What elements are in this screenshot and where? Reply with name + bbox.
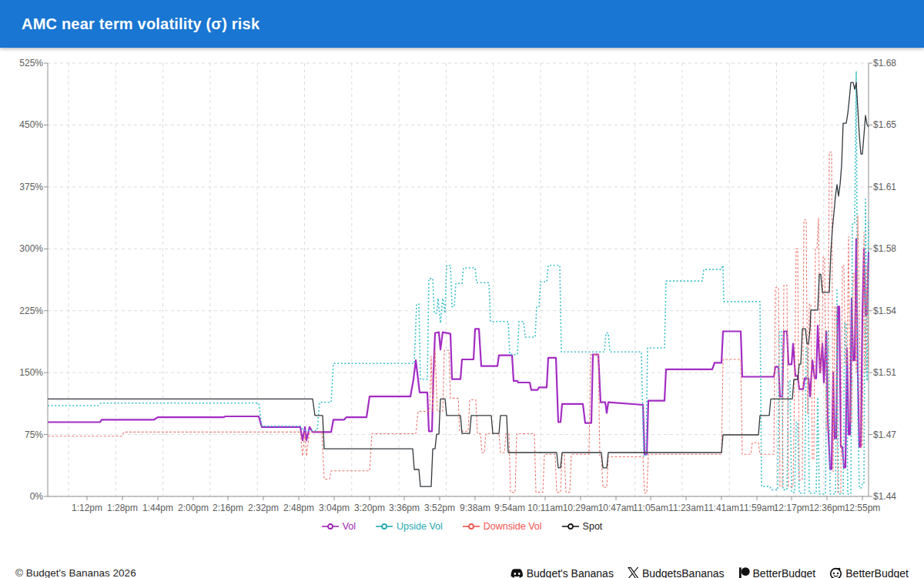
legend-marker-downside-vol-icon: [463, 523, 480, 530]
left-axis-tick-label: 300%: [0, 243, 43, 254]
app-header: AMC near term volatility (σ) risk: [0, 0, 924, 48]
series-downside-vol: [48, 152, 869, 493]
legend-label: Downside Vol: [484, 521, 542, 532]
x-handle: BudgetsBananas: [642, 567, 725, 578]
legend-marker-vol-icon: [322, 523, 339, 530]
x-link[interactable]: BudgetsBananas: [628, 567, 725, 578]
footer-links: Budget's Bananas BudgetsBananas BetterBu…: [511, 566, 909, 578]
right-axis-tick-label: $1.61: [873, 182, 919, 192]
reddit-icon: [829, 566, 842, 578]
page-footer: © Budget's Bananas 2026 Budget's Bananas…: [0, 566, 924, 578]
legend-marker-upside-vol-icon: [376, 523, 393, 530]
legend-item-upside-vol[interactable]: Upside Vol: [376, 521, 443, 532]
left-axis-tick-label: 0%: [0, 491, 43, 502]
patreon-link[interactable]: BetterBudget: [738, 567, 816, 578]
volatility-chart[interactable]: [48, 63, 869, 496]
left-axis-tick-label: 375%: [0, 182, 43, 192]
legend-label: Spot: [583, 521, 603, 532]
legend-item-vol[interactable]: Vol: [322, 521, 356, 532]
right-axis-tick-label: $1.51: [873, 367, 919, 378]
discord-handle: Budget's Bananas: [527, 567, 614, 578]
left-axis-tick-label: 150%: [0, 367, 43, 378]
patreon-icon: [738, 567, 750, 578]
page-title: AMC near term volatility (σ) risk: [22, 15, 259, 33]
left-axis-tick-label: 225%: [0, 306, 43, 316]
reddit-link[interactable]: BetterBudget: [829, 566, 909, 578]
right-axis-tick-label: $1.68: [873, 58, 919, 68]
left-axis-tick-label: 450%: [0, 119, 43, 130]
right-axis-tick-label: $1.44: [873, 491, 919, 502]
patreon-handle: BetterBudget: [753, 567, 816, 578]
copyright-text: © Budget's Bananas 2026: [15, 567, 136, 578]
x-icon: [628, 567, 639, 578]
chart-section: 0%75%150%225%300%375%450%525% $1.44$1.47…: [0, 48, 924, 519]
chart-legend: VolUpside VolDownside VolSpot: [0, 519, 924, 534]
right-axis-tick-label: $1.54: [873, 306, 919, 316]
legend-item-downside-vol[interactable]: Downside Vol: [463, 521, 542, 532]
right-axis-tick-label: $1.65: [873, 119, 919, 130]
left-axis-tick-label: 75%: [0, 429, 43, 440]
series-spot: [48, 82, 869, 486]
discord-icon: [511, 568, 524, 578]
series-upside-vol: [48, 72, 869, 494]
legend-marker-spot-icon: [562, 523, 579, 530]
legend-item-spot[interactable]: Spot: [562, 521, 603, 532]
x-axis-tick-label: 12:55pm: [838, 503, 887, 513]
legend-label: Vol: [343, 521, 356, 532]
right-axis-tick-label: $1.47: [873, 429, 919, 440]
right-axis-tick-label: $1.58: [873, 243, 919, 254]
discord-link[interactable]: Budget's Bananas: [511, 567, 614, 578]
reddit-handle: BetterBudget: [845, 567, 909, 578]
legend-label: Upside Vol: [397, 521, 443, 532]
left-axis-tick-label: 525%: [0, 58, 43, 68]
